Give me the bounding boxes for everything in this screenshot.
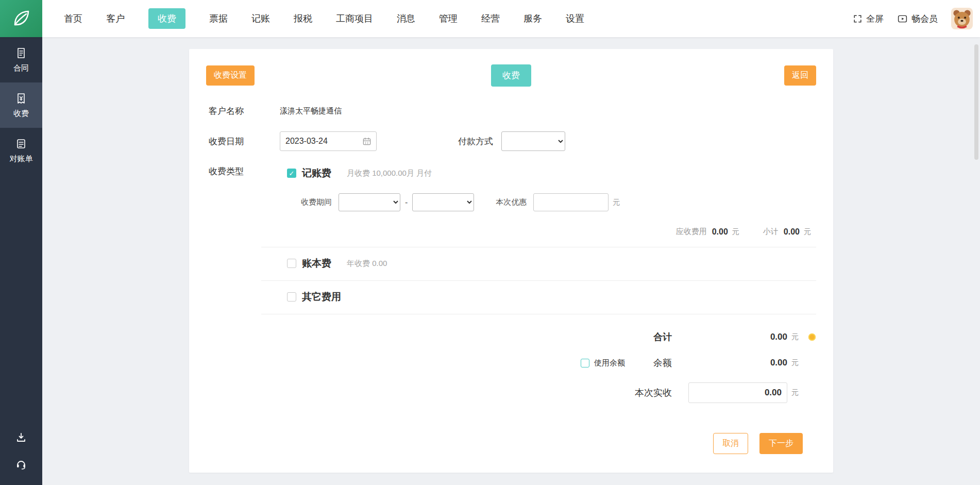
headset-icon — [15, 458, 27, 471]
payment-method-label: 付款方式 — [458, 136, 493, 147]
app-logo[interactable] — [0, 0, 42, 37]
fullscreen-label: 全屏 — [866, 13, 884, 25]
charge-date-label: 收费日期 — [206, 136, 280, 147]
avatar[interactable] — [951, 8, 973, 29]
statement-icon — [15, 138, 27, 150]
discount-label: 本次优惠 — [496, 197, 527, 207]
discount-unit: 元 — [609, 198, 620, 207]
discount-input[interactable] — [533, 193, 609, 211]
receivable-unit: 元 — [728, 227, 739, 237]
nav-item-customers[interactable]: 客户 — [106, 12, 125, 25]
member-label: 畅会员 — [911, 13, 938, 25]
sidebar-item-label: 合同 — [13, 63, 29, 73]
divider — [261, 247, 816, 247]
top-navbar: 首页 客户 收费 票据 记账 报税 工商项目 消息 管理 经营 服务 设置 全屏 — [0, 0, 980, 37]
receipt-icon — [15, 92, 27, 105]
charge-type-row: 收费类型 ✓ 记账费 月收费 10,000.00月 月付 收费期间 - — [206, 165, 816, 454]
scrollbar-thumb[interactable] — [974, 44, 978, 160]
nav-item-bookkeeping[interactable]: 记账 — [251, 12, 270, 25]
card-toolbar: 收费设置 收费 返回 — [206, 64, 816, 87]
back-button[interactable]: 返回 — [784, 65, 816, 86]
nav-item-tax[interactable]: 报税 — [294, 12, 312, 25]
hint-icon[interactable] — [808, 333, 816, 341]
receivable-label: 应收费用 — [676, 227, 707, 237]
divider — [261, 314, 816, 314]
sidebar-item-contract[interactable]: 合同 — [0, 37, 42, 82]
total-value: 0.00 — [679, 332, 787, 342]
total-unit: 元 — [787, 332, 805, 342]
period-end-select[interactable] — [412, 193, 474, 211]
download-button[interactable] — [0, 424, 42, 451]
sidebar-item-charge[interactable]: 收费 — [0, 82, 42, 128]
download-icon — [15, 431, 27, 444]
nav-item-business-projects[interactable]: 工商项目 — [336, 12, 373, 25]
actual-row: 本次实收 元 — [280, 382, 816, 403]
ledger-fee-desc: 年收费 0.00 — [347, 259, 387, 269]
support-button[interactable] — [0, 451, 42, 478]
charge-title-button[interactable]: 收费 — [491, 64, 531, 87]
summary-section: 合计 0.00 元 使用余额 余额 — [280, 331, 816, 403]
other-fee-checkbox[interactable] — [287, 292, 296, 302]
bookkeeping-fee-name: 记账费 — [302, 166, 331, 180]
nav-item-settings[interactable]: 设置 — [566, 12, 584, 25]
use-balance-group: 使用余额 — [280, 358, 653, 368]
next-button[interactable]: 下一步 — [759, 433, 803, 454]
nav-item-home[interactable]: 首页 — [64, 12, 82, 25]
subtotal-value: 0.00 — [784, 227, 800, 237]
app-root: 首页 客户 收费 票据 记账 报税 工商项目 消息 管理 经营 服务 设置 全屏 — [0, 0, 980, 485]
charge-form: 客户名称 漾濞太平畅捷通信 收费日期 付款方式 — [206, 105, 816, 454]
charge-period-row: 收费期间 - 本次优惠 元 — [280, 193, 816, 211]
main-nav: 首页 客户 收费 票据 记账 报税 工商项目 消息 管理 经营 服务 设置 — [64, 8, 584, 29]
nav-item-services[interactable]: 服务 — [523, 12, 542, 25]
sidebar-spacer — [0, 173, 42, 424]
total-label: 合计 — [653, 331, 679, 343]
video-play-icon — [897, 13, 908, 24]
calendar-icon[interactable] — [362, 136, 372, 146]
actual-unit: 元 — [787, 388, 805, 397]
actual-amount-input[interactable] — [688, 382, 787, 403]
fullscreen-icon — [853, 14, 863, 24]
bookkeeping-fee-row: ✓ 记账费 月收费 10,000.00月 月付 — [280, 166, 816, 180]
customer-label: 客户名称 — [206, 105, 280, 117]
contract-icon — [15, 47, 27, 59]
subtotal-unit: 元 — [800, 227, 811, 237]
sidebar-item-statement[interactable]: 对账单 — [0, 128, 42, 173]
nav-item-operations[interactable]: 经营 — [481, 12, 500, 25]
left-sidebar: 合同 收费 对账单 — [0, 37, 42, 485]
balance-value: 0.00 — [679, 358, 787, 368]
balance-label: 余额 — [653, 357, 679, 369]
use-balance-label[interactable]: 使用余额 — [594, 358, 625, 368]
nav-item-management[interactable]: 管理 — [439, 12, 458, 25]
balance-row: 使用余额 余额 0.00 元 — [280, 357, 816, 369]
receivable-value: 0.00 — [712, 227, 728, 237]
cancel-button[interactable]: 取消 — [713, 433, 748, 454]
total-row: 合计 0.00 元 — [280, 331, 816, 343]
customer-name: 漾濞太平畅捷通信 — [280, 106, 342, 116]
balance-unit: 元 — [787, 358, 805, 367]
ledger-fee-name: 账本费 — [302, 257, 331, 270]
subtotal-label: 小计 — [763, 227, 779, 237]
ledger-fee-row: 账本费 年收费 0.00 — [280, 257, 816, 270]
use-balance-checkbox[interactable] — [581, 359, 589, 367]
main-content: 收费设置 收费 返回 客户名称 漾濞太平畅捷通信 收费日期 — [42, 37, 980, 485]
nav-item-messages[interactable]: 消息 — [397, 12, 415, 25]
date-input-wrap — [280, 131, 377, 151]
ledger-fee-checkbox[interactable] — [287, 259, 296, 268]
charge-settings-button[interactable]: 收费设置 — [206, 65, 255, 86]
period-start-select[interactable] — [339, 193, 400, 211]
bookkeeping-fee-checkbox[interactable]: ✓ — [287, 169, 296, 178]
receivable-row: 应收费用 0.00 元 小计 0.00 元 — [280, 227, 816, 237]
leaf-logo-icon — [10, 7, 32, 30]
charge-form-card: 收费设置 收费 返回 客户名称 漾濞太平畅捷通信 收费日期 — [189, 49, 833, 473]
form-actions: 取消 下一步 — [280, 433, 816, 454]
charge-type-section: ✓ 记账费 月收费 10,000.00月 月付 收费期间 - 本次优惠 元 — [280, 165, 816, 454]
payment-method-select[interactable] — [501, 131, 565, 151]
nav-item-charges[interactable]: 收费 — [148, 8, 185, 29]
other-fee-row: 其它费用 — [280, 290, 816, 304]
member-button[interactable]: 畅会员 — [897, 13, 938, 25]
period-range-separator: - — [405, 198, 408, 207]
bookkeeping-fee-desc: 月收费 10,000.00月 月付 — [347, 169, 432, 178]
nav-item-invoices[interactable]: 票据 — [209, 12, 228, 25]
fullscreen-button[interactable]: 全屏 — [853, 13, 884, 25]
avatar-image — [951, 8, 973, 29]
